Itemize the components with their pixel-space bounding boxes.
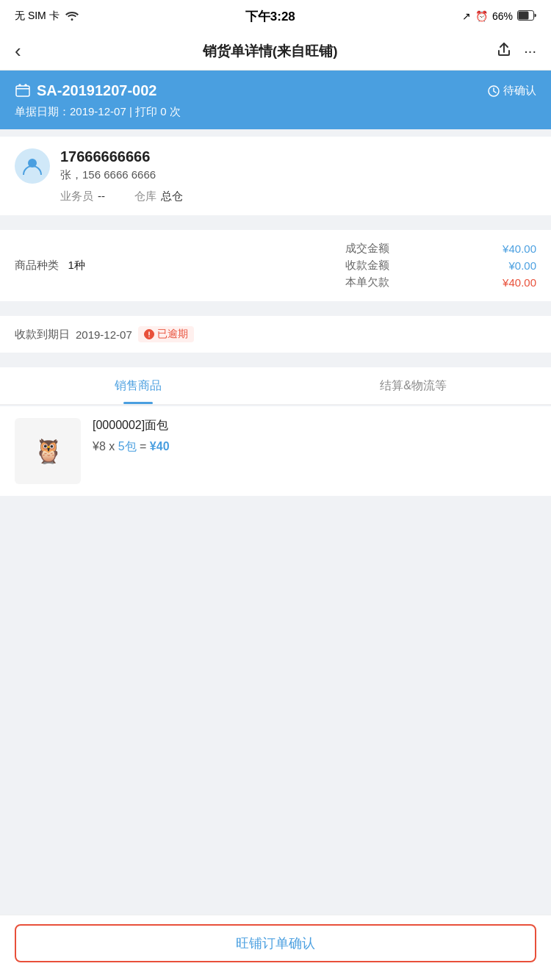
customer-details: 17666666666 张，156 6666 6666 业务员 -- 仓库 总仓 bbox=[60, 148, 536, 203]
product-qty: 5包 bbox=[118, 440, 137, 453]
summary-left: 商品种类 1种 bbox=[15, 259, 85, 273]
avatar-icon bbox=[21, 155, 43, 177]
divider-3 bbox=[0, 353, 551, 360]
price-text: ¥8 x bbox=[93, 440, 118, 453]
overdue-text: 已逾期 bbox=[157, 328, 188, 341]
summary-card: 商品种类 1种 成交金额 ¥40.00 收款金额 ¥0.00 本单欠款 ¥40.… bbox=[0, 230, 551, 301]
owed-amount-label: 本单欠款 bbox=[345, 275, 389, 289]
owed-amount-value: ¥40.00 bbox=[503, 276, 536, 289]
page-title: 销货单详情(来自旺铺) bbox=[203, 42, 338, 61]
product-details: [0000002]面包 ¥8 x 5包 = ¥40 bbox=[93, 418, 536, 455]
svg-rect-2 bbox=[16, 86, 29, 96]
nav-actions: ··· bbox=[496, 41, 536, 61]
product-item: 🦉 [0000002]面包 ¥8 x 5包 = ¥40 bbox=[15, 418, 536, 484]
warehouse-label: 仓库 bbox=[134, 190, 156, 203]
deal-amount-value: ¥40.00 bbox=[503, 242, 536, 255]
confirm-order-button[interactable]: 旺铺订单确认 bbox=[15, 924, 536, 962]
battery-label: 66% bbox=[492, 10, 513, 22]
tab-settlement[interactable]: 结算&物流等 bbox=[276, 367, 551, 404]
order-header: SA-20191207-002 待确认 单据日期：2019-12-07 | 打印… bbox=[0, 71, 551, 129]
summary-row: 商品种类 1种 成交金额 ¥40.00 收款金额 ¥0.00 本单欠款 ¥40.… bbox=[15, 242, 536, 289]
more-button[interactable]: ··· bbox=[524, 43, 536, 60]
battery-icon bbox=[517, 10, 536, 23]
order-date: 单据日期：2019-12-07 | 打印 0 次 bbox=[15, 105, 536, 119]
tabs-container: 销售商品 结算&物流等 bbox=[0, 367, 551, 405]
customer-phone: 17666666666 bbox=[60, 148, 536, 165]
products-card: 🦉 [0000002]面包 ¥8 x 5包 = ¥40 bbox=[0, 406, 551, 496]
product-total: ¥40 bbox=[150, 440, 170, 453]
clock-icon bbox=[488, 85, 500, 97]
customer-name: 张，156 6666 6666 bbox=[60, 168, 536, 182]
sim-label: 无 SIM 卡 bbox=[15, 10, 60, 23]
product-name: [0000002]面包 bbox=[93, 418, 536, 433]
owed-amount-row: 本单欠款 ¥40.00 bbox=[345, 275, 536, 289]
status-right: ↗ ⏰ 66% bbox=[462, 10, 536, 23]
product-types-label: 商品种类 bbox=[15, 259, 59, 271]
due-date-label: 收款到期日 bbox=[15, 328, 70, 342]
deal-amount-label: 成交金额 bbox=[345, 242, 389, 256]
equals-text: = bbox=[137, 440, 150, 453]
status-left: 无 SIM 卡 bbox=[15, 10, 79, 23]
back-button[interactable]: ‹ bbox=[15, 40, 44, 62]
product-price: ¥8 x 5包 = ¥40 bbox=[93, 439, 536, 455]
wifi-icon bbox=[65, 10, 79, 23]
salesperson-label: 业务员 bbox=[60, 190, 93, 203]
received-amount-label: 收款金额 bbox=[345, 259, 389, 273]
product-types-value: 1种 bbox=[68, 259, 85, 271]
customer-meta: 业务员 -- 仓库 总仓 bbox=[60, 190, 536, 203]
salesperson-value: -- bbox=[98, 190, 105, 203]
share-button[interactable] bbox=[496, 41, 512, 61]
received-amount-value: ¥0.00 bbox=[508, 259, 536, 272]
svg-rect-3 bbox=[16, 88, 29, 90]
due-date-card: 收款到期日 2019-12-07 已逾期 bbox=[0, 316, 551, 353]
alarm-icon: ⏰ bbox=[475, 10, 488, 22]
nav-bar: ‹ 销货单详情(来自旺铺) ··· bbox=[0, 32, 551, 71]
product-logo: 🦉 bbox=[34, 437, 62, 465]
svg-point-7 bbox=[148, 336, 150, 338]
customer-card: 17666666666 张，156 6666 6666 业务员 -- 仓库 总仓 bbox=[0, 137, 551, 215]
tabs: 销售商品 结算&物流等 bbox=[0, 367, 551, 404]
order-icon bbox=[15, 83, 31, 99]
product-thumbnail: 🦉 bbox=[15, 418, 81, 484]
due-date-row: 收款到期日 2019-12-07 已逾期 bbox=[15, 326, 536, 342]
overdue-badge: 已逾期 bbox=[138, 326, 194, 342]
avatar bbox=[15, 148, 50, 184]
order-id: SA-20191207-002 bbox=[15, 82, 156, 99]
status-time: 下午3:28 bbox=[245, 8, 295, 25]
salesperson-field: 业务员 -- bbox=[60, 190, 105, 203]
warning-icon bbox=[144, 329, 154, 339]
bottom-spacer bbox=[0, 496, 551, 643]
status-bar: 无 SIM 卡 下午3:28 ↗ ⏰ 66% bbox=[0, 0, 551, 32]
bottom-bar: 旺铺订单确认 bbox=[0, 915, 551, 980]
received-amount-row: 收款金额 ¥0.00 bbox=[345, 259, 536, 273]
tab-sales-products[interactable]: 销售商品 bbox=[0, 367, 276, 404]
divider-2 bbox=[0, 301, 551, 309]
location-icon: ↗ bbox=[462, 10, 471, 22]
order-status: 待确认 bbox=[488, 84, 536, 98]
summary-right: 成交金额 ¥40.00 收款金额 ¥0.00 本单欠款 ¥40.00 bbox=[345, 242, 536, 289]
due-date-value: 2019-12-07 bbox=[76, 328, 132, 341]
deal-amount-row: 成交金额 ¥40.00 bbox=[345, 242, 536, 256]
warehouse-value: 总仓 bbox=[161, 190, 183, 203]
svg-rect-1 bbox=[518, 11, 528, 19]
divider-1 bbox=[0, 215, 551, 223]
warehouse-field: 仓库 总仓 bbox=[134, 190, 183, 203]
